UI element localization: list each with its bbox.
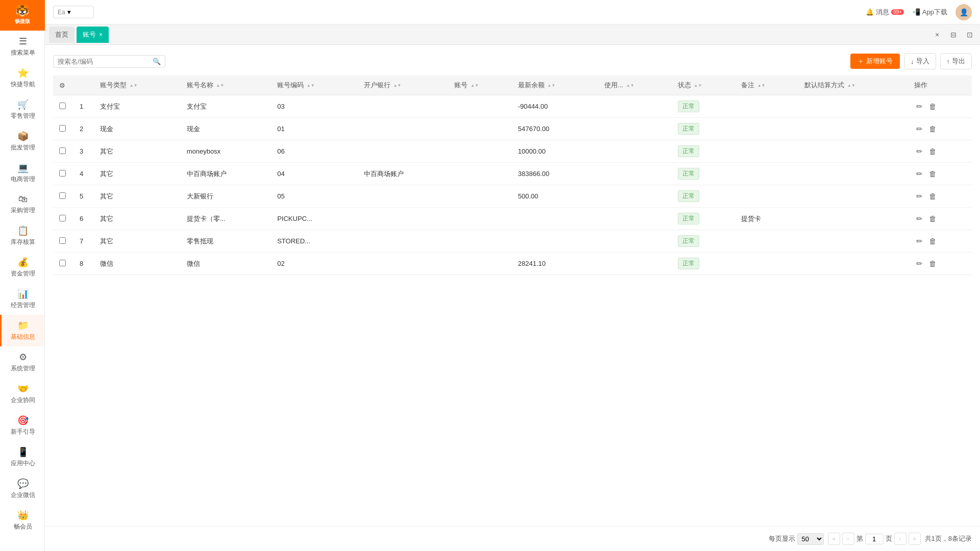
cell-default-payment (798, 118, 908, 140)
company-dropdown[interactable]: Ea ▾ (53, 6, 94, 18)
cell-usage (598, 185, 671, 208)
col-account-name[interactable]: 账号名称 ▲▼ (181, 76, 272, 95)
tab-account[interactable]: 账号 × (77, 27, 109, 43)
col-status[interactable]: 状态 ▲▼ (672, 76, 735, 95)
page-number-input[interactable] (865, 534, 884, 544)
export-button[interactable]: ↑ 导出 (940, 53, 972, 69)
search-box[interactable]: 🔍 (53, 55, 165, 68)
sidebar-item-enterprise-wechat[interactable]: 💬 企业微信 (0, 473, 44, 505)
col-latest-balance[interactable]: 最新余额 ▲▼ (512, 76, 599, 95)
cell-checkbox[interactable] (53, 95, 74, 118)
sidebar-item-quick-nav[interactable]: ⭐ 快捷导航 (0, 62, 44, 94)
tab-minimize-btn[interactable]: ⊟ (947, 29, 960, 41)
sort-icon: ▲▼ (757, 83, 766, 88)
delete-button[interactable]: 🗑 (927, 146, 939, 157)
sidebar-item-app-center[interactable]: 📱 应用中心 (0, 441, 44, 473)
delete-button[interactable]: 🗑 (927, 236, 939, 246)
import-icon: ↓ (911, 58, 914, 65)
cell-index: 6 (74, 208, 94, 230)
edit-button[interactable]: ✏ (914, 236, 925, 247)
sidebar-item-purchase-mgmt[interactable]: 🛍 采购管理 (0, 189, 44, 220)
cell-default-payment (798, 163, 908, 185)
delete-button[interactable]: 🗑 (927, 123, 939, 134)
cell-status: 正常 (672, 95, 735, 118)
retail-mgmt-icon: 🛒 (17, 99, 29, 110)
cell-actions: ✏ 🗑 (908, 163, 972, 185)
col-account-type[interactable]: 账号类型 ▲▼ (94, 76, 181, 95)
edit-button[interactable]: ✏ (914, 123, 925, 135)
search-input[interactable] (58, 58, 153, 65)
import-label: 导入 (916, 57, 929, 66)
sidebar-item-search-menu[interactable]: ☰ 搜索菜单 (0, 31, 44, 62)
sidebar-item-system-mgmt[interactable]: ⚙ 系统管理 (0, 346, 44, 378)
col-settings[interactable]: ⚙ (53, 76, 74, 95)
toolbar-right: ＋ 新增账号 ↓ 导入 ↑ 导出 (850, 53, 972, 69)
cell-account-no (448, 118, 511, 140)
page-nav: « ‹ 第 页 › » (828, 533, 921, 545)
sidebar-item-enterprise-agreement[interactable]: 🤝 企业协同 (0, 378, 44, 410)
edit-button[interactable]: ✏ (914, 213, 925, 224)
delete-button[interactable]: 🗑 (927, 213, 939, 224)
cell-account-no (448, 253, 511, 275)
sidebar-item-basic-info[interactable]: 📁 基础信息 (0, 315, 44, 346)
cell-checkbox[interactable] (53, 163, 74, 185)
sidebar-item-finance-mgmt[interactable]: 💰 资金管理 (0, 252, 44, 283)
app-download-btn[interactable]: 📲 App下载 (912, 8, 947, 17)
add-button-label: 新增账号 (866, 57, 893, 66)
col-remark[interactable]: 备注 ▲▼ (735, 76, 798, 95)
cell-actions: ✏ 🗑 (908, 208, 972, 230)
col-default-payment[interactable]: 默认结算方式 ▲▼ (798, 76, 908, 95)
cell-checkbox[interactable] (53, 118, 74, 140)
col-account-code[interactable]: 账号编码 ▲▼ (271, 76, 358, 95)
edit-button[interactable]: ✏ (914, 101, 925, 112)
delete-button[interactable]: 🗑 (927, 168, 939, 179)
page-size-dropdown[interactable]: 50 100 200 (797, 533, 824, 545)
tab-maximize-btn[interactable]: ⊡ (964, 29, 976, 41)
sidebar-item-label: 批发管理 (11, 143, 35, 152)
cell-remark (735, 95, 798, 118)
delete-button[interactable]: 🗑 (927, 191, 939, 202)
sidebar-item-label: 经营管理 (11, 301, 35, 310)
tab-home[interactable]: 首页 (49, 27, 75, 43)
enterprise-wechat-icon: 💬 (17, 478, 29, 489)
prev-page-btn[interactable]: ‹ (842, 533, 854, 545)
user-avatar[interactable]: 👤 (955, 4, 972, 20)
edit-button[interactable]: ✏ (914, 146, 925, 157)
notification-btn[interactable]: 🔔 消息 99+ (866, 8, 904, 17)
sidebar-item-wholesale-mgmt[interactable]: 📦 批发管理 (0, 126, 44, 157)
edit-button[interactable]: ✏ (914, 191, 925, 202)
status-badge: 正常 (678, 168, 699, 180)
sidebar-item-ecommerce-mgmt[interactable]: 💻 电商管理 (0, 157, 44, 189)
import-button[interactable]: ↓ 导入 (904, 53, 936, 69)
last-page-btn[interactable]: » (909, 533, 921, 545)
edit-button[interactable]: ✏ (914, 258, 925, 269)
edit-button[interactable]: ✏ (914, 168, 925, 180)
cell-default-payment (798, 140, 908, 163)
col-bank[interactable]: 开户银行 ▲▼ (358, 76, 449, 95)
delete-button[interactable]: 🗑 (927, 101, 939, 112)
delete-button[interactable]: 🗑 (927, 258, 939, 269)
col-account-no[interactable]: 账号 ▲▼ (448, 76, 511, 95)
inventory-check-icon: 📋 (17, 225, 29, 236)
sidebar-item-inventory-check[interactable]: 📋 库存核算 (0, 220, 44, 252)
cell-checkbox[interactable] (53, 208, 74, 230)
search-icon[interactable]: 🔍 (153, 58, 161, 65)
cell-checkbox[interactable] (53, 140, 74, 163)
tab-close-window-btn[interactable]: × (931, 29, 943, 41)
cell-account-code: 06 (271, 140, 358, 163)
first-page-btn[interactable]: « (828, 533, 840, 545)
cell-checkbox[interactable] (53, 230, 74, 253)
cell-checkbox[interactable] (53, 253, 74, 275)
app-download-label: App下载 (922, 8, 947, 17)
tab-close-icon[interactable]: × (99, 32, 103, 38)
cell-checkbox[interactable] (53, 185, 74, 208)
sidebar-item-operations-mgmt[interactable]: 📊 经营管理 (0, 283, 44, 315)
col-usage[interactable]: 使用... ▲▼ (598, 76, 671, 95)
page-label: 第 (856, 534, 863, 543)
add-account-button[interactable]: ＋ 新增账号 (850, 54, 900, 69)
sidebar-item-label: 畅会员 (14, 522, 32, 531)
sidebar-item-vip-member[interactable]: 👑 畅会员 (0, 505, 44, 536)
next-page-btn[interactable]: › (894, 533, 906, 545)
sidebar-item-beginner-guide[interactable]: 🎯 新手引导 (0, 410, 44, 441)
sidebar-item-retail-mgmt[interactable]: 🛒 零售管理 (0, 94, 44, 126)
